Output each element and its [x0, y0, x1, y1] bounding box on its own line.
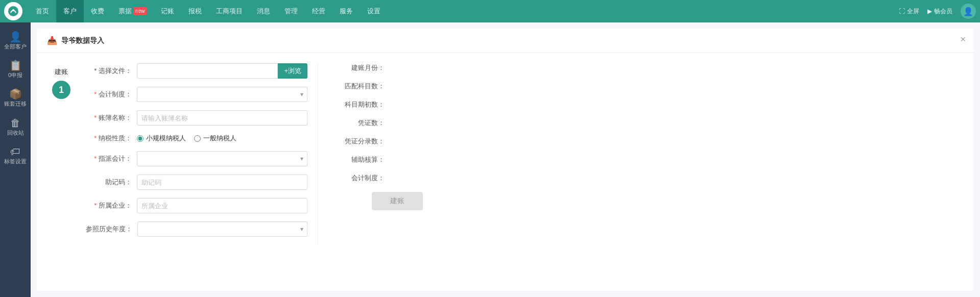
- sidebar-item-全部客户[interactable]: 👤全部客户: [0, 27, 31, 55]
- step-indicator: 建账 1: [52, 63, 70, 245]
- accounting-system-select-wrap: ▾: [137, 87, 307, 102]
- file-input-wrap: +浏览: [137, 63, 307, 79]
- nav-item-票据[interactable]: 票据new: [111, 0, 154, 22]
- tax-type-row: 纳税性质： 小规模纳税人 一般纳税人: [86, 134, 307, 143]
- nav-item-客户[interactable]: 客户: [56, 0, 84, 22]
- history-year-row: 参照历史年度： ▾: [86, 221, 307, 237]
- vip-button[interactable]: ▶ 畅会员: [927, 7, 952, 16]
- user-avatar[interactable]: 👤: [961, 4, 976, 19]
- aux-accounting-row: 辅助核算：: [333, 155, 461, 164]
- nav-badge-票据: new: [133, 7, 147, 15]
- nav-item-服务[interactable]: 服务: [332, 0, 360, 22]
- tax-type-small-option[interactable]: 小规模纳税人: [137, 134, 186, 143]
- sidebar-label: 标签设置: [4, 158, 27, 165]
- sidebar-item-标签设置[interactable]: 🏷标签设置: [0, 141, 31, 170]
- voucher-entries-row: 凭证分录数：: [333, 137, 461, 146]
- accounting-system-select[interactable]: [137, 87, 307, 102]
- period-init-label: 科目期初数：: [333, 100, 385, 109]
- memo-input[interactable]: [137, 175, 307, 190]
- avatar-icon: 👤: [963, 7, 973, 16]
- nav-item-管理[interactable]: 管理: [277, 0, 305, 22]
- history-year-select[interactable]: [137, 221, 307, 237]
- ledger-name-input[interactable]: [137, 110, 307, 126]
- info-accounting-system-row: 会计制度：: [333, 174, 461, 183]
- sidebar-icon: 🗑: [10, 118, 20, 128]
- tax-type-general-option[interactable]: 一般纳税人: [194, 134, 236, 143]
- info-section: 建账月份： 匹配科目数： 科目期初数： 凭证数：: [318, 63, 461, 245]
- dialog-title: 导爷数据导入: [61, 36, 104, 45]
- tax-type-small-radio[interactable]: [137, 135, 144, 142]
- tax-type-general-radio[interactable]: [194, 135, 201, 142]
- build-month-label: 建账月份：: [333, 63, 385, 72]
- vip-label: 畅会员: [934, 7, 952, 16]
- match-subjects-row: 匹配科目数：: [333, 82, 461, 91]
- accounting-system-label: 会计制度：: [86, 90, 132, 99]
- sidebar-item-账套迁移[interactable]: 📦账套迁移: [0, 84, 31, 112]
- form-section: 建账 1 * 选择文件： +浏览: [52, 63, 307, 245]
- ledger-name-row: 账簿名称：: [86, 110, 307, 126]
- sidebar-item-0申报[interactable]: 📋0申报: [0, 55, 31, 84]
- vouchers-label: 凭证数：: [333, 118, 385, 128]
- dialog-close-button[interactable]: ×: [960, 35, 966, 44]
- sidebar-label: 回收站: [7, 130, 24, 136]
- sidebar-icon: 👤: [9, 32, 22, 42]
- memo-label: 助记码：: [86, 178, 132, 187]
- main-layout: 👤全部客户📋0申报📦账套迁移🗑回收站🏷标签设置 📥 导爷数据导入 × 建账 1: [0, 22, 980, 297]
- accountant-select[interactable]: [137, 151, 307, 166]
- fullscreen-icon: ⛶: [899, 8, 905, 15]
- file-text-input[interactable]: [137, 63, 278, 79]
- company-label: 所属企业：: [86, 201, 132, 210]
- aux-accounting-label: 辅助核算：: [333, 155, 385, 164]
- nav-item-报税[interactable]: 报税: [181, 0, 209, 22]
- memo-row: 助记码：: [86, 175, 307, 190]
- accountant-label: 指派会计：: [86, 154, 132, 163]
- nav-right-actions: ⛶ 全屏 ▶ 畅会员 👤: [899, 4, 976, 19]
- vouchers-row: 凭证数：: [333, 118, 461, 128]
- nav-item-设置[interactable]: 设置: [360, 0, 388, 22]
- tax-type-general-label: 一般纳税人: [203, 134, 236, 143]
- app-logo: [4, 2, 22, 20]
- build-month-row: 建账月份：: [333, 63, 461, 72]
- voucher-entries-label: 凭证分录数：: [333, 137, 385, 146]
- top-navigation: 首页客户收费票据new记账报税工商项目消息管理经营服务设置 ⛶ 全屏 ▶ 畅会员…: [0, 0, 980, 22]
- dialog-header-icon: 📥: [47, 36, 57, 45]
- period-init-row: 科目期初数：: [333, 100, 461, 109]
- nav-item-首页[interactable]: 首页: [29, 0, 56, 22]
- nav-item-经营[interactable]: 经营: [305, 0, 332, 22]
- accountant-select-wrap: ▾: [137, 151, 307, 166]
- info-accounting-system-label: 会计制度：: [333, 174, 385, 183]
- fullscreen-button[interactable]: ⛶ 全屏: [899, 7, 919, 16]
- content-area: 📥 导爷数据导入 × 建账 1 * 选择文件：: [31, 22, 980, 297]
- step-circle: 1: [52, 81, 70, 99]
- sidebar-icon: 📦: [9, 89, 22, 99]
- sidebar-label: 0申报: [8, 72, 22, 79]
- browse-button[interactable]: +浏览: [278, 63, 307, 79]
- svg-point-1: [12, 9, 14, 11]
- accountant-row: 指派会计： ▾: [86, 151, 307, 166]
- form-fields: * 选择文件： +浏览 会计制度：: [86, 63, 307, 245]
- fullscreen-label: 全屏: [907, 7, 919, 16]
- sidebar-label: 全部客户: [4, 43, 27, 50]
- nav-item-消息[interactable]: 消息: [250, 0, 277, 22]
- step-label: 建账: [55, 67, 68, 77]
- company-row: 所属企业：: [86, 198, 307, 213]
- nav-item-工商项目[interactable]: 工商项目: [209, 0, 250, 22]
- sidebar: 👤全部客户📋0申报📦账套迁移🗑回收站🏷标签设置: [0, 22, 31, 297]
- sidebar-label: 账套迁移: [4, 101, 27, 107]
- build-account-button[interactable]: 建账: [372, 192, 423, 210]
- tax-type-label: 纳税性质：: [86, 134, 132, 143]
- tax-type-radio-group: 小规模纳税人 一般纳税人: [137, 134, 307, 143]
- sidebar-item-回收站[interactable]: 🗑回收站: [0, 113, 31, 141]
- sidebar-icon: 🏷: [10, 146, 20, 157]
- import-dialog: 📥 导爷数据导入 × 建账 1 * 选择文件：: [37, 29, 974, 291]
- history-year-label: 参照历史年度：: [86, 225, 132, 234]
- file-select-row: * 选择文件： +浏览: [86, 63, 307, 79]
- nav-menu: 首页客户收费票据new记账报税工商项目消息管理经营服务设置: [29, 0, 899, 22]
- vip-icon: ▶: [927, 8, 932, 15]
- file-select-label: * 选择文件：: [86, 66, 132, 76]
- history-year-select-wrap: ▾: [137, 221, 307, 237]
- company-input[interactable]: [137, 198, 307, 213]
- accounting-system-row: 会计制度： ▾: [86, 87, 307, 102]
- nav-item-记账[interactable]: 记账: [154, 0, 181, 22]
- nav-item-收费[interactable]: 收费: [84, 0, 111, 22]
